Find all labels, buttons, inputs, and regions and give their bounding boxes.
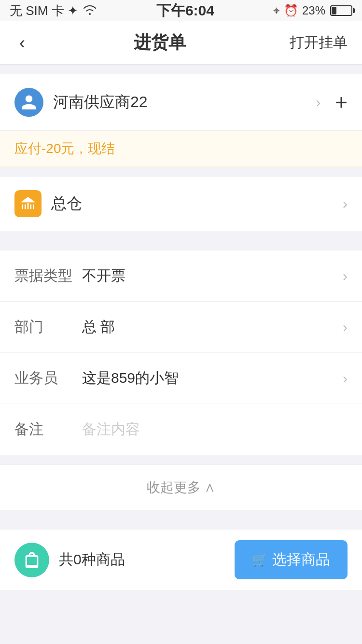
warehouse-name: 总仓 [51,193,343,214]
bottom-background [0,590,362,644]
notice-text: 应付-20元，现结 [14,141,115,156]
department-label: 部门 [14,317,77,337]
department-row[interactable]: 部门 总 部 › [0,302,362,353]
wifi-icon [82,3,97,18]
location-icon: ⌖ [273,4,280,17]
warehouse-building-icon [20,196,36,212]
supplier-name: 河南供应商22 [53,92,316,113]
warehouse-chevron-icon: › [343,196,348,212]
alarm-icon: ⏰ [284,4,298,17]
salesperson-value: 这是859的小智 [77,368,343,388]
battery-percent: 23% [302,4,325,17]
back-button[interactable]: ‹ [14,28,30,58]
salesperson-row[interactable]: 业务员 这是859的小智 › [0,353,362,404]
product-count: 共0种商品 [59,550,235,570]
person-icon [20,94,38,111]
battery-icon [330,5,352,16]
status-time: 下午6:04 [156,1,214,21]
invoice-type-chevron-icon: › [343,268,348,284]
supplier-section: 河南供应商22 › + 应付-20元，现结 [0,74,362,167]
invoice-type-row[interactable]: 票据类型 不开票 › [0,251,362,302]
select-product-button[interactable]: 🛒 选择商品 [235,540,348,579]
notice-bar: 应付-20元，现结 [0,131,362,167]
invoice-type-label: 票据类型 [14,266,77,286]
product-bag-icon [22,550,42,570]
select-product-icon: 🛒 [252,552,267,567]
sim-label: 无 SIM 卡 ✦ [10,2,78,19]
status-left: 无 SIM 卡 ✦ [10,2,97,19]
product-icon-wrap [14,543,49,577]
salesperson-label: 业务员 [14,368,77,388]
form-section: 票据类型 不开票 › 部门 总 部 › 业务员 这是859的小智 › 备注 备注… [0,251,362,455]
collapse-row[interactable]: 收起更多 ∧ [0,464,362,510]
department-chevron-icon: › [343,319,348,336]
section-divider-3 [0,231,362,241]
page-title: 进货单 [134,31,186,55]
remark-input[interactable]: 备注内容 [77,420,348,439]
section-divider-4 [0,510,362,520]
status-right: ⌖ ⏰ 23% [273,4,352,17]
status-bar: 无 SIM 卡 ✦ 下午6:04 ⌖ ⏰ 23% [0,0,362,21]
section-divider-2 [0,167,362,177]
remark-label: 备注 [14,420,77,439]
add-supplier-button[interactable]: + [335,90,348,114]
invoice-type-value: 不开票 [77,266,343,286]
supplier-chevron-icon: › [316,94,320,111]
department-value: 总 部 [77,317,343,337]
warehouse-row[interactable]: 总仓 › [0,177,362,231]
collapse-label: 收起更多 ∧ [147,478,216,497]
nav-bar: ‹ 进货单 打开挂单 [0,21,362,65]
warehouse-section: 总仓 › [0,177,362,231]
product-bar: 共0种商品 🛒 选择商品 [0,530,362,590]
supplier-avatar [14,88,43,117]
section-divider-1 [0,65,362,74]
remark-row[interactable]: 备注 备注内容 [0,404,362,455]
warehouse-icon-wrap [14,190,42,217]
supplier-row[interactable]: 河南供应商22 › + [0,74,362,131]
select-product-label: 选择商品 [272,550,330,570]
salesperson-chevron-icon: › [343,370,348,387]
open-pending-button[interactable]: 打开挂单 [290,33,348,53]
